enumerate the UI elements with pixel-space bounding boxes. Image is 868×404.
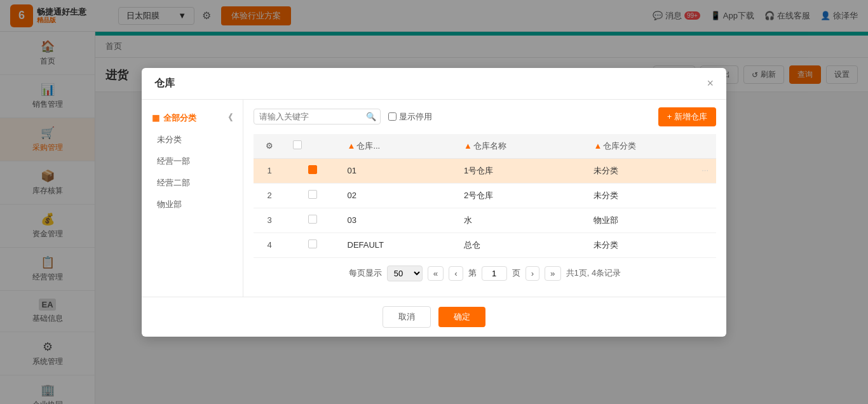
header-checkbox[interactable]: [293, 140, 302, 149]
search-input[interactable]: [259, 112, 366, 121]
row-name: 水: [456, 208, 586, 232]
prev-page-button[interactable]: ‹: [449, 266, 463, 281]
cancel-button[interactable]: 取消: [383, 306, 431, 328]
row-number: 4: [254, 232, 285, 257]
pagination: 每页显示 50100200 « ‹ 第 页 › » 共1页, 4条记录: [254, 258, 716, 289]
row-number: 1: [254, 158, 285, 183]
row-code: 01: [340, 158, 457, 183]
row-name: 总仓: [456, 232, 586, 257]
search-icon: 🔍: [366, 112, 376, 121]
next-page-button[interactable]: ›: [526, 266, 539, 281]
first-page-button[interactable]: «: [428, 266, 444, 281]
show-disabled-checkbox[interactable]: [388, 112, 397, 121]
modal-sidebar-dept1[interactable]: 经营一部: [142, 151, 243, 172]
confirm-button[interactable]: 确定: [438, 307, 485, 327]
page-number-input[interactable]: [482, 266, 507, 281]
row-category: 未分类: [586, 232, 716, 257]
row-code: 02: [340, 183, 457, 208]
modal-toolbar: 🔍 显示停用 + 新增仓库: [254, 107, 716, 126]
row-checkbox-cell: [285, 208, 340, 232]
table-row[interactable]: 1 01 1号仓库 未分类···: [254, 158, 716, 183]
row-name: 2号仓库: [456, 183, 586, 208]
modal-close-button[interactable]: ×: [707, 77, 714, 90]
sort-icon-cat: ▲: [593, 141, 602, 151]
modal-body: ▦ 全部分类 《 未分类 经营一部 经营二部 物业部 🔍: [142, 100, 726, 297]
warehouse-modal: 仓库 × ▦ 全部分类 《 未分类 经营一部 经营二部 物业部: [142, 68, 726, 337]
show-disabled-label[interactable]: 显示停用: [388, 111, 432, 123]
modal-header: 仓库 ×: [142, 68, 726, 100]
modal-all-category[interactable]: ▦ 全部分类 《: [142, 107, 243, 129]
row-checkbox[interactable]: [308, 165, 317, 174]
table-row[interactable]: 3 03 水 物业部: [254, 208, 716, 232]
all-category-label: 全部分类: [163, 112, 196, 124]
row-category: 未分类···: [586, 158, 716, 183]
modal-title: 仓库: [154, 77, 175, 90]
add-warehouse-button[interactable]: + 新增仓库: [658, 107, 716, 126]
table-row[interactable]: 4 DEFAULT 总仓 未分类: [254, 232, 716, 257]
row-category: 未分类: [586, 183, 716, 208]
row-number: 2: [254, 183, 285, 208]
total-info: 共1页, 4条记录: [566, 267, 621, 279]
th-name: ▲仓库名称: [456, 134, 586, 159]
th-checkbox: [285, 134, 340, 159]
row-checkbox[interactable]: [308, 239, 317, 248]
modal-action-footer: 取消 确定: [142, 297, 726, 337]
modal-sidebar-property[interactable]: 物业部: [142, 194, 243, 215]
th-category: ▲仓库分类: [586, 134, 716, 159]
page-unit: 页: [512, 267, 520, 279]
sort-icon-code: ▲: [348, 141, 356, 151]
row-checkbox-cell: [285, 232, 340, 257]
row-checkbox[interactable]: [308, 190, 317, 199]
row-more-icon[interactable]: ···: [702, 165, 709, 175]
grid-icon: ▦: [152, 113, 159, 123]
search-input-wrap: 🔍: [254, 109, 381, 125]
row-number: 3: [254, 208, 285, 232]
collapse-icon[interactable]: 《: [224, 112, 233, 124]
warehouse-table: ⚙ ▲仓库... ▲仓库名称 ▲仓库分类 1 01 1号仓库 未分类: [254, 134, 716, 258]
row-name: 1号仓库: [456, 158, 586, 183]
th-settings: ⚙: [254, 134, 285, 159]
table-header-row: ⚙ ▲仓库... ▲仓库名称 ▲仓库分类: [254, 134, 716, 159]
modal-overlay: 仓库 × ▦ 全部分类 《 未分类 经营一部 经营二部 物业部: [0, 0, 868, 404]
row-checkbox-cell: [285, 158, 340, 183]
modal-sidebar-unclassified[interactable]: 未分类: [142, 129, 243, 151]
modal-main: 🔍 显示停用 + 新增仓库 ⚙: [243, 100, 726, 297]
row-checkbox[interactable]: [308, 215, 317, 224]
row-code: 03: [340, 208, 457, 232]
modal-sidebar: ▦ 全部分类 《 未分类 经营一部 经营二部 物业部: [142, 100, 243, 297]
th-code: ▲仓库...: [340, 134, 457, 159]
sort-icon-name: ▲: [464, 141, 472, 151]
row-checkbox-cell: [285, 183, 340, 208]
modal-sidebar-dept2[interactable]: 经营二部: [142, 172, 243, 194]
table-row[interactable]: 2 02 2号仓库 未分类: [254, 183, 716, 208]
per-page-label: 每页显示: [349, 267, 382, 279]
last-page-button[interactable]: »: [545, 266, 560, 281]
per-page-select[interactable]: 50100200: [387, 266, 423, 281]
row-category: 物业部: [586, 208, 716, 232]
row-code: DEFAULT: [340, 232, 457, 257]
table: ⚙ ▲仓库... ▲仓库名称 ▲仓库分类 1 01 1号仓库 未分类: [254, 134, 716, 258]
page-label: 第: [468, 267, 477, 279]
